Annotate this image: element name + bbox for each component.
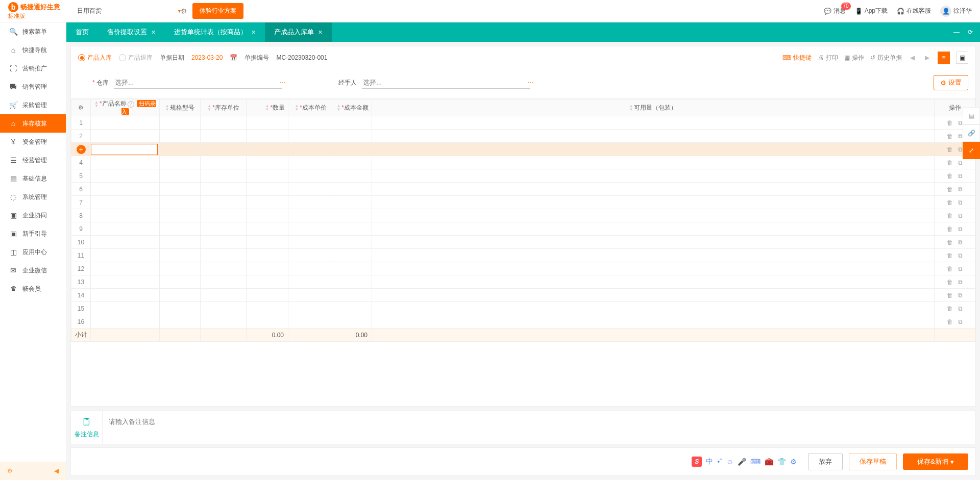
delete-row-icon[interactable]: 🗑: [947, 239, 953, 246]
table-row[interactable]: 7🗑⧉: [71, 196, 975, 209]
remark-textarea[interactable]: [103, 411, 975, 444]
ime-keyboard-icon[interactable]: ⌨: [750, 458, 761, 466]
sidebar-item-7[interactable]: ☰经营管理: [0, 151, 66, 169]
col-unit[interactable]: ▲▼*库存单位: [201, 99, 247, 116]
table-row[interactable]: 5🗑⧉: [71, 169, 975, 183]
delete-row-icon[interactable]: 🗑: [947, 265, 953, 272]
handler-more-icon[interactable]: ⋯: [527, 79, 533, 86]
delete-row-icon[interactable]: 🗑: [947, 292, 953, 299]
add-row-icon[interactable]: +: [77, 145, 86, 154]
save-new-button[interactable]: 保存&新增 ▾: [903, 453, 968, 470]
next-doc-arrow[interactable]: ▶: [923, 54, 932, 61]
table-row[interactable]: 11🗑⧉: [71, 249, 975, 262]
actions-button[interactable]: ▦操作: [844, 54, 864, 62]
delete-row-icon[interactable]: 🗑: [947, 212, 953, 219]
copy-row-icon[interactable]: ⧉: [958, 279, 963, 286]
sidebar-item-4[interactable]: 🛒采购管理: [0, 96, 66, 114]
table-row[interactable]: 9🗑⧉: [71, 222, 975, 236]
radio-product-in[interactable]: 产品入库: [78, 54, 112, 62]
messages-button[interactable]: 💬 消息 70: [824, 7, 846, 15]
print-button[interactable]: 🖨打印: [818, 54, 838, 62]
sidebar-item-3[interactable]: ⛟销售管理: [0, 78, 66, 96]
sidebar-item-2[interactable]: ⛶营销推广: [0, 59, 66, 78]
user-menu[interactable]: 👤 徐泽华: [940, 6, 972, 17]
col-settings[interactable]: ⚙: [71, 99, 91, 116]
gear-icon[interactable]: ⚙: [7, 467, 13, 474]
ime-lang[interactable]: 中: [706, 457, 713, 466]
copy-row-icon[interactable]: ⧉: [958, 265, 963, 272]
close-icon[interactable]: ✕: [151, 29, 156, 36]
sidebar-item-12[interactable]: ◫应用中心: [0, 243, 66, 261]
view-card-btn[interactable]: ▣: [956, 52, 968, 64]
app-download-button[interactable]: 📱 App下载: [855, 7, 888, 15]
table-row[interactable]: 12🗑⧉: [71, 262, 975, 275]
col-available[interactable]: ▲▼可用量（包装）: [372, 99, 935, 116]
store-selector[interactable]: 日用百货 ▾: [77, 7, 181, 15]
col-price[interactable]: ▲▼*成本单价: [288, 99, 330, 116]
ime-person-icon[interactable]: 👕: [777, 458, 786, 466]
table-row[interactable]: +🗑⧉: [71, 143, 975, 156]
table-row[interactable]: 4🗑⧉: [71, 156, 975, 169]
delete-row-icon[interactable]: 🗑: [947, 133, 953, 140]
float-tool-3[interactable]: ⤢: [963, 142, 980, 159]
delete-row-icon[interactable]: 🗑: [947, 186, 953, 193]
sidebar-item-5[interactable]: ⌂库存核算: [0, 114, 66, 133]
table-row[interactable]: 10🗑⧉: [71, 236, 975, 249]
ime-toolbox-icon[interactable]: 🧰: [765, 458, 773, 466]
copy-row-icon[interactable]: ⧉: [958, 252, 963, 259]
prev-doc-arrow[interactable]: ◀: [908, 54, 917, 61]
table-row[interactable]: 2🗑⧉: [71, 130, 975, 143]
delete-row-icon[interactable]: 🗑: [947, 199, 953, 206]
discard-button[interactable]: 放弃: [808, 453, 843, 470]
ime-s-icon[interactable]: S: [692, 457, 702, 467]
copy-row-icon[interactable]: ⧉: [958, 292, 963, 299]
copy-row-icon[interactable]: ⧉: [958, 239, 963, 246]
copy-row-icon[interactable]: ⧉: [958, 172, 963, 180]
table-row[interactable]: 15🗑⧉: [71, 302, 975, 315]
calendar-icon[interactable]: 📅: [230, 54, 237, 61]
table-row[interactable]: 6🗑⧉: [71, 183, 975, 196]
table-row[interactable]: 14🗑⧉: [71, 289, 975, 302]
copy-row-icon[interactable]: ⧉: [958, 199, 963, 206]
copy-row-icon[interactable]: ⧉: [958, 119, 963, 127]
copy-row-icon[interactable]: ⧉: [958, 318, 963, 325]
tab-3[interactable]: 产成品入库单✕: [265, 22, 332, 42]
copy-row-icon[interactable]: ⧉: [958, 186, 963, 193]
delete-row-icon[interactable]: 🗑: [947, 279, 953, 286]
date-value[interactable]: 2023-03-20: [191, 54, 223, 61]
ime-mic-icon[interactable]: 🎤: [738, 458, 746, 466]
sidebar-item-6[interactable]: ¥资金管理: [0, 133, 66, 151]
delete-row-icon[interactable]: 🗑: [947, 159, 953, 166]
close-icon[interactable]: ✕: [318, 29, 323, 36]
sidebar-item-11[interactable]: ▣新手引导: [0, 224, 66, 243]
table-row[interactable]: 8🗑⧉: [71, 209, 975, 222]
delete-row-icon[interactable]: 🗑: [947, 146, 953, 153]
ime-smile-icon[interactable]: ☺: [726, 458, 733, 466]
view-list-btn[interactable]: ≡: [938, 52, 950, 64]
sidebar-item-1[interactable]: ⌂快捷导航: [0, 41, 66, 59]
table-row[interactable]: 16🗑⧉: [71, 315, 975, 329]
delete-row-icon[interactable]: 🗑: [947, 305, 953, 312]
table-row[interactable]: 1🗑⧉: [71, 116, 975, 130]
warehouse-input[interactable]: [114, 77, 282, 89]
copy-row-icon[interactable]: ⧉: [958, 146, 963, 153]
settings-button[interactable]: ⚙ 设置: [934, 75, 968, 90]
col-qty[interactable]: ▲▼*数量: [247, 99, 288, 116]
sidebar-item-14[interactable]: ♛畅会员: [0, 280, 66, 298]
sidebar-item-13[interactable]: ✉企业微信: [0, 261, 66, 280]
collapse-icon[interactable]: ◀: [54, 467, 59, 474]
close-icon[interactable]: ✕: [251, 29, 256, 36]
tab-2[interactable]: 进货单统计表（按商品）✕: [165, 22, 265, 42]
tab-0[interactable]: 首页: [66, 22, 98, 42]
shortcut-button[interactable]: ⌨快捷键: [782, 54, 812, 62]
sidebar-item-0[interactable]: 🔍搜索菜单: [0, 22, 66, 41]
try-industry-btn[interactable]: 体验行业方案: [192, 3, 243, 19]
float-tool-2[interactable]: 🔗: [963, 124, 980, 142]
col-spec[interactable]: ▲▼规格型号: [160, 99, 201, 116]
copy-row-icon[interactable]: ⧉: [958, 305, 963, 312]
float-tool-1[interactable]: ▤: [963, 107, 980, 124]
copy-row-icon[interactable]: ⧉: [958, 212, 963, 219]
save-draft-button[interactable]: 保存草稿: [849, 453, 897, 470]
table-row[interactable]: 13🗑⧉: [71, 275, 975, 289]
delete-row-icon[interactable]: 🗑: [947, 225, 953, 233]
